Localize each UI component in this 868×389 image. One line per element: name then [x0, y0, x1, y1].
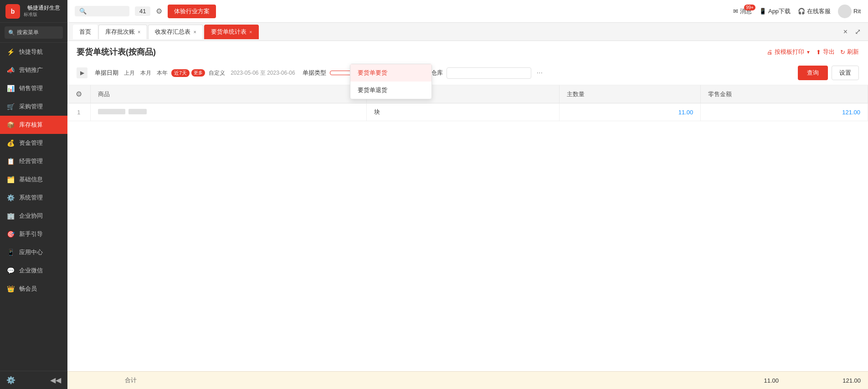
sidebar-item-marketing[interactable]: 📣 营销推广 [0, 61, 67, 79]
date-shortcuts: 上月 本月 本年 近7天 更多 自定义 [122, 68, 227, 78]
filter-actions: 查询 设置 [798, 66, 859, 80]
table-area: ⚙ 商品 主计量单位 主数量 零售金额 1 块 11.00 [67, 85, 868, 371]
sidebar-item-inventory[interactable]: 📦 库存核算 [0, 116, 67, 134]
user-name: Rit [853, 8, 861, 15]
query-button[interactable]: 查询 [798, 66, 828, 80]
sidebar-item-app-center[interactable]: 📱 应用中心 [0, 243, 67, 261]
sidebar-item-basic[interactable]: 🗂️ 基础信息 [0, 170, 67, 189]
sidebar: b 畅捷通好生意 标准版 🔍 搜索菜单 ⚡ 快捷导航 📣 营销推广 📊 销售管理… [0, 0, 67, 389]
tab-inventory-batch[interactable]: 库存批次账 × [98, 25, 147, 39]
vip-icon: 👑 [6, 285, 15, 293]
shortcut-icon: ⚡ [6, 48, 15, 56]
row-quantity[interactable]: 11.00 [559, 103, 701, 121]
sidebar-item-label: 系统管理 [19, 194, 43, 202]
finance-icon: 💰 [6, 139, 15, 147]
type-label: 单据类型 [303, 69, 326, 77]
footer-quantity: 11.00 [724, 377, 779, 384]
custom-date-btn[interactable]: 自定义 [207, 68, 227, 78]
filter-area: ▶ 单据日期 上月 本月 本年 近7天 更多 自定义 2023-05-06 至 … [67, 61, 868, 85]
sidebar-item-system[interactable]: ⚙️ 系统管理 [0, 189, 67, 207]
tab-close-icon[interactable]: × [138, 30, 140, 35]
sidebar-item-label: 基础信息 [19, 175, 43, 184]
more-filters-btn[interactable]: ··· [537, 69, 543, 77]
main-content: 🔍 41 ⚙ 体验行业方案 ✉ 消息 99+ 📱 App下载 🎧 在线客服 [67, 0, 868, 389]
sidebar-item-shortcut[interactable]: ⚡ 快捷导航 [0, 43, 67, 61]
date-range-text: 2023-05-06 至 2023-06-06 [231, 69, 295, 77]
page-actions: 🖨 按模板打印 ▼ ⬆ 导出 ↻ 刷新 [767, 48, 859, 56]
sidebar-item-guide[interactable]: 🎯 新手引导 [0, 225, 67, 243]
sidebar-item-enterprise[interactable]: 🏢 企业协同 [0, 207, 67, 225]
search-icon: 🔍 [79, 8, 87, 15]
sidebar-item-label: 销售管理 [19, 84, 43, 92]
app-subtitle: 标准版 [24, 11, 60, 18]
product-name-placeholder [98, 109, 125, 114]
page-title: 要货单统计表(按商品) [77, 46, 156, 57]
expand-window-button[interactable]: ⤢ [853, 26, 863, 37]
user-avatar[interactable]: Rit [838, 5, 861, 18]
tab-order-stats[interactable]: 要货单统计表 × [204, 25, 259, 39]
sidebar-item-label: 企业微信 [19, 266, 43, 275]
online-service-item[interactable]: 🎧 在线客服 [798, 7, 831, 15]
sidebar-item-label: 资金管理 [19, 139, 43, 147]
sidebar-item-vip[interactable]: 👑 畅会员 [0, 280, 67, 298]
message-item[interactable]: ✉ 消息 99+ [733, 7, 752, 15]
sidebar-footer: ⚙️ ◀◀ [0, 371, 67, 389]
sidebar-search-area[interactable]: 🔍 搜索菜单 [0, 23, 67, 43]
this-month-btn[interactable]: 本月 [139, 68, 153, 78]
settings-footer-icon[interactable]: ⚙️ [6, 376, 15, 384]
tab-receive-summary[interactable]: 收发存汇总表 × [148, 25, 203, 39]
sidebar-item-label: 营销推广 [19, 66, 43, 74]
sidebar-item-purchase[interactable]: 🛒 采购管理 [0, 97, 67, 116]
goods-column-header: 商品 [90, 85, 367, 103]
table-row: 1 块 11.00 121.00 [67, 103, 868, 121]
sidebar-item-label: 企业协同 [19, 212, 43, 220]
sidebar-item-sales[interactable]: 📊 销售管理 [0, 79, 67, 97]
footer-amount: 121.00 [806, 377, 861, 384]
tab-home[interactable]: 首页 [73, 25, 98, 39]
topbar-settings-icon[interactable]: ⚙ [156, 7, 162, 15]
sidebar-item-finance[interactable]: 💰 资金管理 [0, 134, 67, 152]
export-button[interactable]: ⬆ 导出 [816, 48, 835, 56]
print-button[interactable]: 🖨 按模板打印 ▼ [767, 48, 811, 56]
tab-close-icon[interactable]: × [193, 30, 196, 35]
filter-expand-button[interactable]: ▶ [77, 67, 87, 78]
sidebar-item-label: 采购管理 [19, 102, 43, 111]
settings-column-header[interactable]: ⚙ [67, 85, 90, 103]
sidebar-item-wechat[interactable]: 💬 企业微信 [0, 261, 67, 280]
page-header: 要货单统计表(按商品) 🖨 按模板打印 ▼ ⬆ 导出 ↻ 刷新 [67, 41, 868, 61]
settings-icon[interactable]: ⚙ [75, 90, 83, 98]
basic-icon: 🗂️ [6, 175, 15, 184]
topbar-search[interactable]: 🔍 [75, 6, 129, 16]
trial-button[interactable]: 体验行业方案 [168, 5, 216, 18]
table-footer: 合计 11.00 121.00 [67, 371, 868, 389]
last-month-btn[interactable]: 上月 [122, 68, 137, 78]
dropdown-item-order-single[interactable]: 要货单要货 [350, 64, 431, 82]
date-label: 单据日期 [95, 69, 118, 77]
sidebar-item-label: 快捷导航 [19, 48, 43, 56]
app-download-item[interactable]: 📱 App下载 [759, 7, 791, 15]
warehouse-input[interactable] [447, 67, 531, 79]
this-year-btn[interactable]: 本年 [155, 68, 169, 78]
row-amount[interactable]: 121.00 [701, 103, 868, 121]
purchase-icon: 🛒 [6, 102, 15, 111]
close-all-button[interactable]: × [842, 27, 849, 37]
last-7-days-btn[interactable]: 近7天 [171, 69, 190, 77]
dropdown-item-order-return[interactable]: 要货单退货 [350, 82, 431, 99]
tab-close-icon[interactable]: × [249, 30, 252, 35]
footer-label: 合计 [125, 376, 137, 384]
setting-button[interactable]: 设置 [832, 66, 859, 80]
system-icon: ⚙️ [6, 194, 15, 202]
collapse-icon[interactable]: ◀◀ [50, 376, 61, 384]
more-date-badge[interactable]: 更多 [191, 69, 205, 77]
topbar-num-badge: 41 [135, 6, 150, 16]
search-menu-button[interactable]: 🔍 搜索菜单 [5, 26, 63, 39]
app-center-icon: 📱 [6, 248, 15, 256]
sidebar-item-operations[interactable]: 📋 经营管理 [0, 152, 67, 170]
sidebar-item-label: 新手引导 [19, 230, 43, 238]
chevron-down-icon: ▼ [806, 50, 811, 55]
topbar-search-input[interactable] [89, 8, 117, 15]
operations-icon: 📋 [6, 157, 15, 165]
phone-icon: 📱 [759, 8, 766, 15]
refresh-button[interactable]: ↻ 刷新 [840, 48, 859, 56]
row-goods [90, 103, 367, 121]
